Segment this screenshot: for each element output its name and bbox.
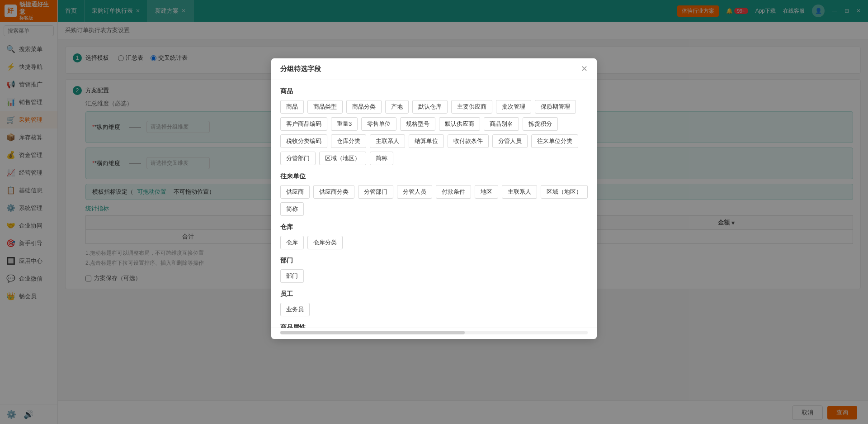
field-tags-warehouse: 仓库 仓库分类 (280, 236, 588, 249)
field-tag[interactable]: 结算单位 (409, 134, 444, 148)
field-tag[interactable]: 批次管理 (496, 100, 531, 114)
field-tags-partner: 供应商 供应商分类 分管部门 分管人员 付款条件 地区 主联系人 区域（地区） … (280, 185, 588, 216)
field-tag[interactable]: 重量3 (331, 117, 358, 131)
field-tag[interactable]: 收付款条件 (448, 134, 489, 148)
modal-body: 商品 商品 商品类型 商品分类 产地 默认仓库 主要供应商 批次管理 保质期管理… (271, 80, 597, 328)
modal-title: 分组待选字段 (280, 65, 321, 73)
field-tag[interactable]: 商品 (280, 100, 304, 114)
modal-footer (271, 328, 597, 339)
field-tag[interactable]: 主要供应商 (451, 100, 492, 114)
field-tag[interactable]: 默认供应商 (439, 117, 480, 131)
field-tag[interactable]: 简称 (370, 152, 393, 165)
field-tag[interactable]: 规格型号 (400, 117, 435, 131)
section-title-warehouse: 仓库 (280, 223, 588, 231)
field-tag[interactable]: 地区 (475, 185, 498, 199)
modal-overlay[interactable]: 分组待选字段 ✕ 商品 商品 商品类型 商品分类 产地 默认仓库 主要供应商 批… (0, 0, 868, 424)
hscroll-thumb (280, 331, 465, 334)
field-tag[interactable]: 商品别名 (484, 117, 519, 131)
field-tags-staff: 业务员 (280, 303, 588, 316)
field-tags-dept: 部门 (280, 269, 588, 283)
modal-close-button[interactable]: ✕ (581, 65, 588, 73)
field-tag[interactable]: 仓库 (280, 236, 304, 249)
field-tag[interactable]: 分管部门 (280, 152, 316, 165)
field-tag[interactable]: 税收分类编码 (280, 134, 327, 148)
horizontal-scrollbar[interactable] (280, 331, 588, 334)
field-tag[interactable]: 分管人员 (397, 185, 432, 199)
field-tag[interactable]: 供应商 (280, 185, 310, 199)
field-tag[interactable]: 拣货积分 (523, 117, 558, 131)
section-title-goods: 商品 (280, 87, 588, 95)
section-title-staff: 员工 (280, 290, 588, 298)
field-tag[interactable]: 供应商分类 (313, 185, 354, 199)
field-tags-goods: 商品 商品类型 商品分类 产地 默认仓库 主要供应商 批次管理 保质期管理 客户… (280, 100, 588, 165)
section-title-partner: 往来单位 (280, 172, 588, 181)
field-tag[interactable]: 产地 (385, 100, 409, 114)
field-tag[interactable]: 区域（地区） (319, 152, 366, 165)
section-title-attr: 商品属性 (280, 324, 588, 328)
field-tag[interactable]: 仓库分类 (307, 236, 343, 249)
field-tag[interactable]: 仓库分类 (331, 134, 366, 148)
field-tag[interactable]: 主联系人 (502, 185, 537, 199)
field-tag[interactable]: 主联系人 (370, 134, 405, 148)
modal-dialog: 分组待选字段 ✕ 商品 商品 商品类型 商品分类 产地 默认仓库 主要供应商 批… (271, 58, 597, 339)
field-tag[interactable]: 部门 (280, 269, 304, 283)
field-tag[interactable]: 零售单位 (361, 117, 396, 131)
field-tag[interactable]: 保质期管理 (535, 100, 576, 114)
section-title-dept: 部门 (280, 257, 588, 265)
field-tag[interactable]: 分管部门 (358, 185, 393, 199)
field-tag[interactable]: 默认仓库 (412, 100, 448, 114)
modal-header: 分组待选字段 ✕ (271, 58, 597, 80)
field-tag[interactable]: 客户商品编码 (280, 117, 327, 131)
field-tag[interactable]: 简称 (280, 202, 304, 216)
field-tag[interactable]: 付款条件 (436, 185, 471, 199)
field-tag[interactable]: 商品分类 (346, 100, 382, 114)
field-tag[interactable]: 区域（地区） (541, 185, 588, 199)
field-tag[interactable]: 商品类型 (307, 100, 343, 114)
field-tag[interactable]: 往来单位分类 (531, 134, 578, 148)
field-tag[interactable]: 业务员 (280, 303, 310, 316)
field-tag[interactable]: 分管人员 (492, 134, 528, 148)
